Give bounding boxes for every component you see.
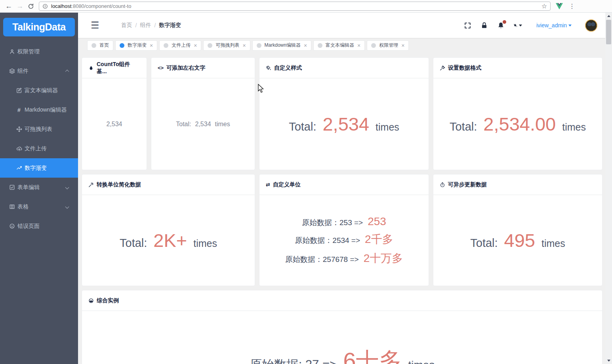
stat-prefix: Total: (450, 120, 477, 133)
magic-wand-icon (88, 182, 94, 188)
card-count-to-basic: CountTo组件基... 2,534 (82, 57, 147, 170)
sidebar-item-count-to[interactable]: 数字渐变 (0, 158, 78, 178)
close-icon[interactable]: × (150, 43, 153, 48)
forward-icon[interactable]: → (14, 1, 25, 12)
tab-label: Markdown编辑器 (265, 42, 301, 49)
sidebar-item-error-pages[interactable]: 错误页面 (0, 216, 78, 236)
sidebar-item-label: 数字渐变 (25, 165, 47, 172)
sidebar: TalkingData 权限管理 组件 富文本编辑器 # Markdown编辑器 (0, 13, 78, 364)
tab-dot (92, 43, 96, 48)
open-tags-bar: 首页 数字渐变 × 文件上传 × 可拖拽列表 × Markdown编辑器 × 富… (78, 38, 605, 53)
url-path: :8080/component/count-to (71, 3, 131, 9)
paint-bucket-icon (266, 65, 271, 71)
tab-markdown-editor[interactable]: Markdown编辑器 × (252, 40, 312, 51)
tab-label: 权限管理 (379, 42, 398, 49)
tab-dot (318, 43, 322, 48)
chevron-down-icon (519, 25, 522, 27)
count-value: 6十多 (343, 346, 402, 364)
stat-prefix: Total: (120, 237, 147, 250)
address-bar[interactable]: localhost:8080/component/count-to ☆ (39, 2, 551, 11)
sidebar-item-form-editor[interactable]: 表单编辑 (0, 178, 78, 197)
tab-label: 首页 (99, 42, 109, 49)
swap-arrows-icon: ⇄ (266, 182, 270, 188)
lock-icon[interactable] (480, 21, 489, 30)
card-simplify-unit: 转换单位简化数据 Total: 2K+ times (82, 174, 255, 286)
raw-data-label: 原始数据：253 => (302, 218, 363, 228)
tab-label: 数字渐变 (128, 42, 147, 49)
card-title: CountTo组件基... (82, 58, 147, 78)
cloud-upload-icon (16, 146, 22, 152)
card-title: 可异步更新数据 (433, 174, 602, 195)
sidebar-item-rich-editor[interactable]: 富文本编辑器 (0, 81, 78, 100)
chevron-down-icon (65, 205, 69, 209)
stat-prefix: Total: (470, 237, 498, 250)
sidebar-item-markdown-editor[interactable]: # Markdown编辑器 (0, 100, 78, 119)
sidebar-item-file-upload[interactable]: 文件上传 (0, 139, 78, 158)
sidebar-item-label: Markdown编辑器 (25, 106, 67, 114)
tab-count-to[interactable]: 数字渐变 × (115, 40, 157, 51)
scroll-down-button[interactable] (605, 357, 612, 364)
card-combined-example: 综合实例 原始数据: 27 => 6十多 times (82, 290, 602, 364)
scrollbar-thumb[interactable] (606, 20, 611, 44)
close-icon[interactable]: × (401, 43, 404, 48)
card-title: 综合实例 (82, 290, 602, 311)
url-host: localhost (51, 3, 71, 9)
card-title: 设置数据格式 (433, 58, 602, 78)
sidebar-item-permission[interactable]: 权限管理 (0, 42, 78, 61)
tab-home[interactable]: 首页 (87, 40, 113, 51)
stopwatch-icon (440, 182, 445, 188)
sidebar-item-tables[interactable]: 表格 (0, 197, 78, 216)
sidebar-item-label: 表单编辑 (17, 184, 40, 191)
close-icon[interactable]: × (242, 43, 246, 48)
unit-row: 原始数据：2534 => 2千多 (295, 232, 393, 247)
bookmark-star-icon[interactable]: ☆ (541, 2, 547, 10)
sidebar-item-components[interactable]: 组件 (0, 61, 78, 81)
move-icon (16, 126, 22, 133)
combined-stat: 原始数据: 27 => 6十多 times (250, 346, 435, 364)
scroll-up-button[interactable] (605, 13, 612, 19)
browser-menu-icon[interactable]: ⋮ (569, 2, 575, 10)
stat-suffix: times (376, 121, 399, 133)
card-title-text: 综合实例 (97, 297, 119, 304)
stat-suffix: times (215, 121, 230, 128)
back-icon[interactable]: ← (3, 1, 14, 12)
sidebar-item-draggable-list[interactable]: 可拖拽列表 (0, 119, 78, 139)
tab-draggable-list[interactable]: 可拖拽列表 × (203, 40, 250, 51)
breadcrumb-home[interactable]: 首页 (121, 22, 132, 29)
breadcrumb: 首页 / 组件 / 数字渐变 (121, 22, 181, 29)
tab-permission[interactable]: 权限管理 × (367, 40, 409, 51)
card-title: <> 可添加左右文字 (151, 58, 255, 78)
layers-icon (9, 68, 15, 74)
tab-rich-editor[interactable]: 富文本编辑器 × (313, 40, 365, 51)
sidebar-menu: 权限管理 组件 富文本编辑器 # Markdown编辑器 可拖拽列表 (0, 42, 78, 236)
hamburger-menu-icon[interactable]: ☰ (91, 20, 99, 31)
main-area: ☰ 首页 / 组件 / 数字渐变 (78, 13, 605, 364)
notification-badge (503, 20, 506, 24)
vertical-scrollbar[interactable] (605, 13, 612, 364)
chevron-down-icon (568, 25, 572, 27)
hash-icon: # (16, 107, 22, 113)
page-header: ☰ 首页 / 组件 / 数字渐变 (78, 13, 605, 38)
converted-value: 2千多 (365, 232, 393, 247)
breadcrumb-components[interactable]: 组件 (140, 22, 151, 29)
card-title-text: CountTo组件基... (97, 61, 140, 75)
notification-bell-icon[interactable] (497, 21, 505, 30)
raw-data-label: 原始数据: 27 => (250, 356, 337, 364)
breadcrumb-separator: / (154, 22, 156, 28)
tab-file-upload[interactable]: 文件上传 × (159, 40, 201, 51)
tab-dot (208, 43, 212, 48)
user-dropdown[interactable]: iview_admin (536, 22, 572, 28)
info-icon[interactable] (42, 4, 48, 9)
vue-devtools-icon[interactable] (555, 3, 563, 10)
avatar[interactable] (585, 19, 597, 32)
close-icon[interactable]: × (304, 43, 307, 48)
stat-prefix: Total: (289, 120, 316, 133)
refresh-icon[interactable] (25, 1, 36, 12)
close-icon[interactable]: × (357, 43, 360, 48)
sad-face-icon (9, 223, 15, 229)
theme-bucket-icon[interactable] (513, 21, 522, 30)
fullscreen-icon[interactable] (463, 21, 472, 30)
card-title: 转换单位简化数据 (82, 174, 255, 195)
close-icon[interactable]: × (194, 43, 197, 48)
logo[interactable]: TalkingData (3, 18, 75, 36)
